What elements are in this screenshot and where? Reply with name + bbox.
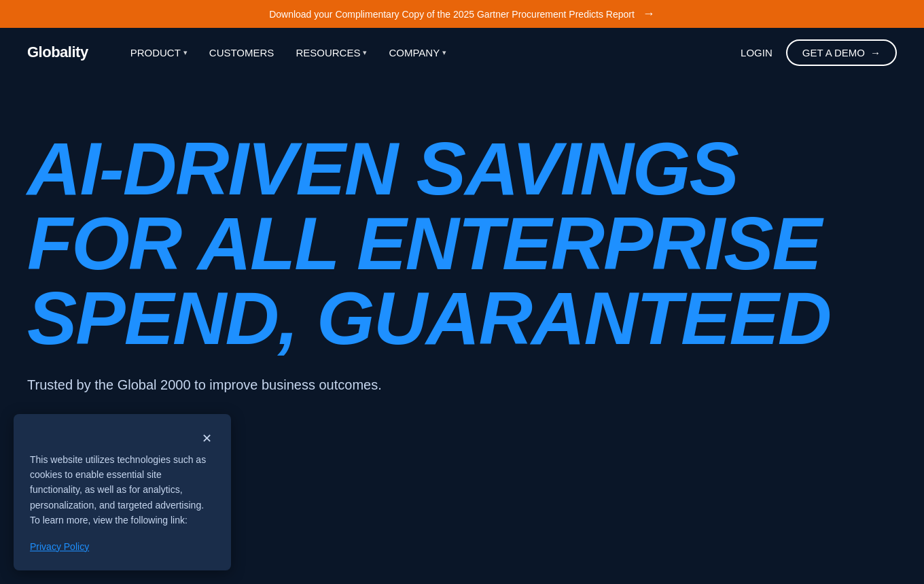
cookie-text: This website utilizes technologies such … (30, 452, 215, 528)
nav-item-resources[interactable]: RESOURCES ▾ (286, 41, 376, 64)
nav-item-product[interactable]: PRODUCT ▾ (121, 41, 197, 64)
get-demo-label: GET A DEMO (802, 47, 865, 58)
logo-text: Globality (27, 44, 88, 61)
nav-company-label: COMPANY (389, 47, 440, 58)
privacy-policy-link[interactable]: Privacy Policy (30, 541, 89, 552)
nav-item-company[interactable]: COMPANY ▾ (379, 41, 456, 64)
announcement-bar[interactable]: Download your Complimentary Copy of the … (0, 0, 924, 28)
get-demo-button[interactable]: GET A DEMO → (786, 39, 897, 66)
nav-item-customers[interactable]: CUSTOMERS (200, 41, 284, 64)
hero-section: AI-DRIVEN SAVINGS FOR ALL ENTERPRISE SPE… (0, 77, 883, 434)
nav-company-chevron-icon: ▾ (442, 48, 446, 57)
nav-resources-chevron-icon: ▾ (363, 48, 367, 57)
login-button[interactable]: LOGIN (741, 47, 772, 58)
nav-product-chevron-icon: ▾ (183, 48, 188, 57)
get-demo-arrow-icon: → (870, 47, 881, 58)
nav-customers-label: CUSTOMERS (209, 47, 274, 58)
navbar: Globality PRODUCT ▾ CUSTOMERS RESOURCES … (0, 28, 924, 77)
nav-right: LOGIN GET A DEMO → (741, 39, 897, 66)
cookie-banner-header: ✕ (30, 430, 215, 447)
hero-subtitle: Trusted by the Global 2000 to improve bu… (27, 377, 503, 393)
hero-title-line1: AI-DRIVEN SAVINGS (27, 126, 738, 210)
logo[interactable]: Globality (27, 44, 88, 61)
announcement-arrow-icon: → (643, 7, 655, 21)
cookie-close-button[interactable]: ✕ (198, 430, 215, 447)
nav-resources-label: RESOURCES (296, 47, 360, 58)
cookie-banner: ✕ This website utilizes technologies suc… (14, 414, 231, 570)
hero-title-line2: FOR ALL ENTERPRISE (27, 201, 821, 285)
hero-title-line3: SPEND, GUARANTEED (27, 276, 830, 360)
hero-title: AI-DRIVEN SAVINGS FOR ALL ENTERPRISE SPE… (27, 131, 856, 356)
nav-product-label: PRODUCT (130, 47, 181, 58)
announcement-text: Download your Complimentary Copy of the … (269, 9, 635, 20)
nav-links: PRODUCT ▾ CUSTOMERS RESOURCES ▾ COMPANY … (121, 41, 741, 64)
